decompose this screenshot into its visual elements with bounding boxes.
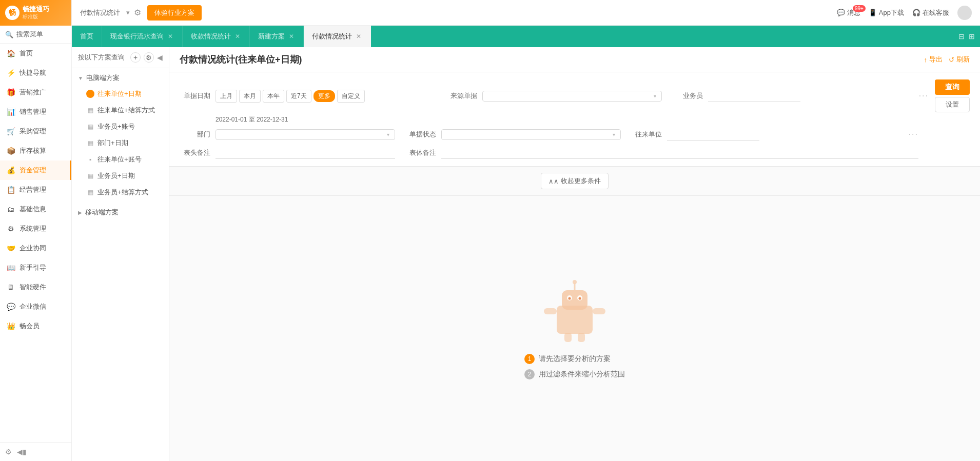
settings-footer-btn[interactable]: ⚙ (5, 448, 12, 456)
logo-icon: 畅 (5, 6, 19, 20)
date-btn-last-month[interactable]: 上月 (215, 90, 237, 103)
dept-label: 部门 (180, 130, 215, 139)
partner-input[interactable] (667, 128, 759, 141)
sidebar-item-guide[interactable]: 📖 新手引导 (0, 258, 71, 277)
grid-icon-3: ▦ (86, 139, 94, 147)
partner-dots[interactable]: ··· (909, 130, 918, 139)
scheme-group-desktop-header[interactable]: ▼ 电脑端方案 (72, 70, 169, 86)
bar-chart-icon: ▪ (86, 155, 94, 164)
sidebar-item-marketing[interactable]: 🎁 营销推广 (0, 83, 71, 102)
dept-select[interactable]: ▾ (215, 129, 395, 140)
tab-home[interactable]: 首页 (72, 26, 102, 47)
sidebar-item-sales[interactable]: 📊 销售管理 (0, 102, 71, 122)
scheme-item-salesman-date[interactable]: ▦ 业务员+日期 (72, 168, 169, 184)
scheme-item-salesman-account[interactable]: ▦ 业务员+账号 (72, 118, 169, 135)
marketing-icon: 🎁 (6, 88, 15, 97)
sidebar-item-enterprise[interactable]: 🤝 企业协同 (0, 238, 71, 258)
operation-icon: 📋 (6, 185, 15, 194)
date-btn-this-year[interactable]: 本年 (263, 90, 284, 103)
industry-btn[interactable]: 体验行业方案 (147, 5, 202, 21)
date-control: 上月 本月 本年 近7天 更多 自定义 (215, 90, 436, 103)
sidebar-item-basic-info[interactable]: 🗂 基础信息 (0, 199, 71, 219)
source-select-arrow: ▾ (654, 93, 656, 99)
sidebar-item-system[interactable]: ⚙ 系统管理 (0, 219, 71, 238)
tab-close-receipt[interactable]: ✕ (234, 33, 241, 40)
tabbar: 首页 现金银行流水查询 ✕ 收款情况统计 ✕ 新建方案 ✕ 付款情况统计 ✕ ⊟… (72, 26, 980, 47)
tab-receipt[interactable]: 收款情况统计 ✕ (183, 26, 250, 47)
sidebar-item-inventory[interactable]: 📦 库存核算 (0, 141, 71, 161)
app-icon: 📱 (869, 9, 877, 16)
user-avatar[interactable] (957, 6, 972, 20)
sidebar-item-operation[interactable]: 📋 经营管理 (0, 180, 71, 199)
system-icon: ⚙ (6, 224, 15, 233)
sidebar-item-member[interactable]: 👑 畅会员 (0, 316, 71, 336)
tab-close-cash-bank[interactable]: ✕ (167, 33, 174, 40)
grid-icon-5: ▦ (86, 188, 94, 196)
sidebar-item-quick-nav[interactable]: ⚡ 快捷导航 (0, 63, 71, 83)
scheme-collapse-btn[interactable]: ◀ (157, 53, 163, 62)
collapse-conditions-btn[interactable]: ∧∧ 收起更多条件 (541, 173, 609, 189)
table-head-note-input[interactable] (215, 147, 395, 159)
filter-header-actions: ↑ 导出 ↺ 刷新 (924, 55, 970, 64)
topbar-dropdown-btn[interactable]: ▾ (126, 9, 130, 16)
message-icon: 💬 (837, 9, 845, 16)
refresh-btn[interactable]: ↺ 刷新 (949, 55, 970, 64)
search-menu[interactable]: 🔍 搜索菜单 (0, 26, 71, 44)
tab-close-new-scheme[interactable]: ✕ (288, 33, 295, 40)
filter-form: 单据日期 上月 本月 本年 近7天 更多 自定义 来源单据 (169, 72, 980, 167)
tab-payment-stats[interactable]: 付款情况统计 ✕ (304, 26, 371, 47)
date-btn-7days[interactable]: 近7天 (286, 90, 311, 103)
sidebar-item-purchase[interactable]: 🛒 采购管理 (0, 122, 71, 141)
empty-tip-1: 1 请先选择要分析的方案 (524, 354, 625, 364)
salesman-dots[interactable]: ··· (919, 91, 929, 101)
robot-illustration (539, 277, 611, 344)
tab-minimize-btn[interactable]: ⊟ (958, 32, 965, 41)
enterprise-icon: 🤝 (6, 244, 15, 253)
message-badge[interactable]: 💬 消息 99+ (837, 8, 860, 17)
settings-btn[interactable]: 设置 (935, 97, 970, 112)
basic-info-icon: 🗂 (6, 205, 15, 214)
online-service[interactable]: 🎧 在线客服 (912, 8, 949, 17)
scheme-add-btn[interactable]: + (130, 52, 141, 63)
sidebar: 畅 畅捷通巧 标准版 🔍 搜索菜单 🏠 首页 ⚡ 快捷导航 🎁 营销推广 📊 销… (0, 0, 72, 461)
scheme-item-partner-settlement[interactable]: ▦ 往来单位+结算方式 (72, 102, 169, 118)
scheme-item-dept-date[interactable]: ▦ 部门+日期 (72, 135, 169, 151)
doc-status-select[interactable]: ▾ (441, 129, 621, 140)
sidebar-item-weixin[interactable]: 💬 企业微信 (0, 297, 71, 316)
source-select[interactable]: ▾ (482, 91, 662, 102)
scheme-group-mobile-header[interactable]: ▶ 移动端方案 (72, 205, 169, 220)
tab-new-scheme[interactable]: 新建方案 ✕ (250, 26, 304, 47)
empty-state: 1 请先选择要分析的方案 2 用过滤条件来缩小分析范围 (169, 196, 980, 461)
app-download[interactable]: 📱 App下载 (869, 8, 904, 17)
svg-point-5 (579, 297, 581, 300)
table-body-note-input[interactable] (441, 147, 918, 159)
date-btn-more[interactable]: 更多 (313, 90, 335, 102)
svg-rect-6 (544, 308, 557, 314)
scheme-settings-btn[interactable]: ⚙ (144, 52, 154, 63)
sidebar-item-hardware[interactable]: 🖥 智能硬件 (0, 277, 71, 297)
salesman-input[interactable] (708, 90, 800, 102)
topbar-gear-btn[interactable]: ⚙ (134, 8, 141, 17)
scheme-panel: 按以下方案查询 + ⚙ ◀ ▼ 电脑端方案 往来单位+日期 ▦ (72, 47, 169, 461)
date-btn-custom[interactable]: 自定义 (337, 90, 365, 103)
tab-maximize-btn[interactable]: ⊞ (969, 32, 975, 41)
scheme-item-salesman-settlement[interactable]: ▦ 业务员+结算方式 (72, 184, 169, 201)
filter-row-1: 单据日期 上月 本月 本年 近7天 更多 自定义 来源单据 (180, 79, 970, 112)
query-btn[interactable]: 查询 (935, 79, 970, 95)
refresh-icon: ↺ (949, 56, 954, 64)
empty-tip-2: 2 用过滤条件来缩小分析范围 (524, 369, 625, 379)
scheme-item-partner-date[interactable]: 往来单位+日期 (72, 86, 169, 102)
topbar-breadcrumb: 付款情况统计 (80, 8, 120, 17)
sidebar-footer: ⚙ ◀▮ (0, 442, 71, 461)
sidebar-item-capital[interactable]: 💰 资金管理 (0, 161, 71, 180)
scheme-item-partner-account[interactable]: ▪ 往来单位+账号 (72, 151, 169, 168)
scheme-panel-title: 按以下方案查询 (78, 53, 125, 62)
source-label: 来源单据 (446, 91, 482, 101)
date-range-text: 2022-01-01 至 2022-12-31 (215, 115, 288, 124)
sidebar-item-home[interactable]: 🏠 首页 (0, 44, 71, 63)
tab-cash-bank[interactable]: 现金银行流水查询 ✕ (102, 26, 183, 47)
tab-close-payment-stats[interactable]: ✕ (355, 33, 362, 40)
date-btn-this-month[interactable]: 本月 (239, 90, 261, 103)
export-btn[interactable]: ↑ 导出 (924, 55, 943, 64)
collapse-sidebar-btn[interactable]: ◀▮ (17, 448, 27, 456)
